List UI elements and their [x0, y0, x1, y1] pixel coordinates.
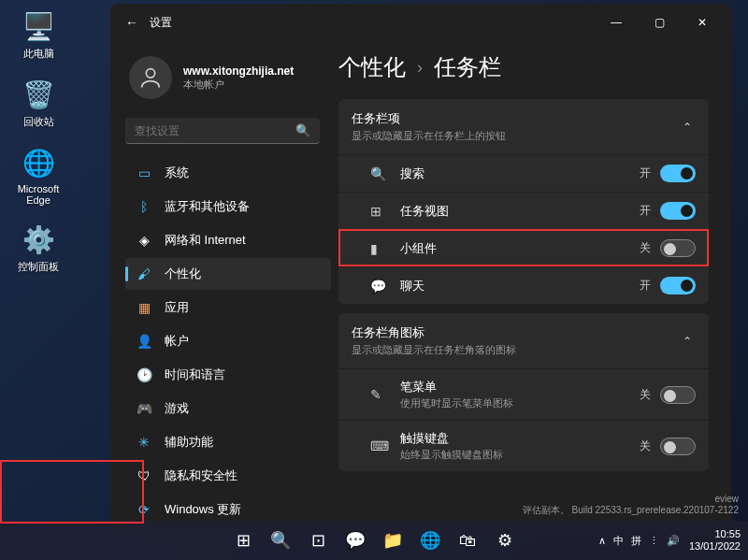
maximize-button[interactable]: ▢: [638, 7, 681, 37]
minimize-button[interactable]: —: [595, 7, 638, 37]
settings-window: ← 设置 — ▢ ✕ www.xitongzhijia.net 本地帐户 🔍: [110, 4, 731, 525]
setting-label: 任务视图: [400, 203, 640, 220]
tray-icon-2[interactable]: 拼: [631, 534, 641, 548]
nav-icon: 🖌: [137, 266, 151, 281]
taskbar-item-row-2: ▮ 小组件 关: [338, 229, 709, 266]
toggle[interactable]: [660, 438, 696, 455]
taskbar-app-4[interactable]: 📁: [376, 524, 410, 557]
desktop-icon-this-pc[interactable]: 🖥️ 此电脑: [9, 9, 67, 61]
toggle-state: 关: [640, 387, 651, 403]
tray-icon-3[interactable]: ⋮: [649, 535, 659, 547]
taskbar-item-row-3: 💬 聊天 开: [338, 266, 709, 304]
chevron-up-icon: ⌃: [683, 335, 692, 348]
window-title: 设置: [150, 15, 172, 31]
taskbar-app-3[interactable]: 💬: [338, 524, 372, 557]
toggle-state: 开: [640, 165, 651, 181]
taskbar-app-6[interactable]: 🛍: [451, 524, 484, 557]
panel-taskbar-items: 任务栏项 显示或隐藏显示在任务栏上的按钮 ⌃ 🔍 搜索 开 ⊞ 任务视图 开 ▮…: [338, 99, 709, 304]
nav-label: 时间和语言: [165, 366, 225, 383]
breadcrumb: 个性化 › 任务栏: [338, 52, 709, 82]
setting-icon: ⊞: [370, 204, 385, 219]
desktop-icon-recycle-bin[interactable]: 🗑️ 回收站: [9, 78, 67, 129]
search-input[interactable]: [135, 124, 295, 137]
taskbar-app-2[interactable]: ⊡: [301, 524, 335, 557]
profile[interactable]: www.xitongzhijia.net 本地帐户: [125, 49, 331, 114]
toggle[interactable]: [660, 386, 696, 404]
desktop-icons: 🖥️ 此电脑 🗑️ 回收站 🌐 Microsoft Edge ⚙️ 控制面板: [9, 9, 67, 274]
taskbar: ⊞🔍⊡💬📁🌐🛍⚙ ∧中拼⋮🔊 10:55 13/01/2022: [0, 521, 748, 560]
clock[interactable]: 10:55 13/01/2022: [689, 528, 741, 553]
nav-item-9[interactable]: 🛡隐私和安全性: [125, 460, 331, 492]
nav-label: 辅助功能: [165, 434, 213, 451]
tray-icon-4[interactable]: 🔊: [667, 535, 680, 547]
nav-label: 应用: [165, 299, 189, 316]
tray-icon-1[interactable]: 中: [613, 534, 624, 548]
nav-icon: ◈: [137, 233, 151, 248]
chevron-up-icon: ⌃: [683, 121, 692, 134]
desktop-icon-control-panel[interactable]: ⚙️ 控制面板: [9, 223, 67, 274]
edge-icon: 🌐: [22, 146, 55, 179]
nav-icon: ⟳: [137, 502, 151, 517]
setting-label: 笔菜单: [400, 379, 640, 395]
nav-label: Windows 更新: [165, 501, 241, 518]
tray-icon-0[interactable]: ∧: [598, 535, 606, 547]
taskbar-app-0[interactable]: ⊞: [226, 524, 260, 557]
nav-item-5[interactable]: 👤帐户: [125, 325, 331, 357]
setting-icon: ⌨: [370, 438, 385, 453]
toggle-state: 开: [640, 203, 651, 219]
nav-icon: ▭: [137, 165, 151, 180]
nav-item-2[interactable]: ◈网络和 Internet: [125, 224, 331, 256]
close-button[interactable]: ✕: [681, 7, 724, 37]
toggle-state: 关: [640, 240, 651, 256]
nav-icon: 🕑: [137, 367, 151, 382]
taskbar-app-7[interactable]: ⚙: [488, 524, 522, 557]
nav-icon: ✳: [137, 435, 151, 450]
nav-item-0[interactable]: ▭系统: [125, 157, 331, 189]
toggle[interactable]: [660, 277, 696, 294]
panel-corner-icons: 任务栏角图标 显示或隐藏显示在任务栏角落的图标 ⌃ ✎ 笔菜单使用笔时显示笔菜单…: [338, 313, 709, 471]
toggle[interactable]: [660, 165, 696, 182]
breadcrumb-parent[interactable]: 个性化: [338, 52, 406, 82]
corner-icon-row-1: ⌨ 触摸键盘始终显示触摸键盘图标 关: [338, 420, 709, 471]
nav-item-1[interactable]: ᛒ蓝牙和其他设备: [125, 191, 331, 223]
setting-icon: ✎: [370, 387, 385, 402]
nav-label: 游戏: [165, 400, 189, 417]
search-box[interactable]: 🔍: [125, 118, 320, 144]
control-panel-icon: ⚙️: [22, 223, 55, 256]
nav-label: 网络和 Internet: [165, 232, 246, 249]
content: 个性化 › 任务栏 任务栏项 显示或隐藏显示在任务栏上的按钮 ⌃ 🔍 搜索 开 …: [331, 41, 731, 525]
setting-icon: 🔍: [370, 166, 385, 181]
nav-label: 帐户: [165, 333, 189, 350]
nav-item-8[interactable]: ✳辅助功能: [125, 426, 331, 458]
panel-header-corner-icons[interactable]: 任务栏角图标 显示或隐藏显示在任务栏角落的图标 ⌃: [338, 313, 709, 368]
nav-icon: 👤: [137, 334, 151, 349]
toggle[interactable]: [660, 239, 696, 257]
back-button[interactable]: ←: [125, 15, 138, 30]
setting-label: 聊天: [400, 278, 640, 294]
corner-icon-row-0: ✎ 笔菜单使用笔时显示笔菜单图标 关: [338, 368, 709, 420]
setting-label: 小组件: [400, 240, 640, 257]
desktop-icon-edge[interactable]: 🌐 Microsoft Edge: [9, 146, 67, 206]
nav-item-3[interactable]: 🖌个性化: [125, 258, 331, 290]
nav-list: ▭系统ᛒ蓝牙和其他设备◈网络和 Internet🖌个性化▦应用👤帐户🕑时间和语言…: [125, 157, 331, 525]
nav-icon: ▦: [137, 300, 151, 315]
taskbar-item-row-1: ⊞ 任务视图 开: [338, 192, 709, 229]
setting-label: 搜索: [400, 165, 640, 182]
system-tray: ∧中拼⋮🔊 10:55 13/01/2022: [598, 528, 741, 553]
nav-item-4[interactable]: ▦应用: [125, 292, 331, 323]
svg-point-0: [146, 69, 154, 78]
setting-label: 触摸键盘: [400, 430, 640, 447]
nav-icon: 🛡: [137, 468, 151, 483]
nav-label: 蓝牙和其他设备: [165, 198, 250, 215]
taskbar-app-1[interactable]: 🔍: [264, 524, 297, 557]
nav-item-6[interactable]: 🕑时间和语言: [125, 359, 331, 391]
taskbar-center: ⊞🔍⊡💬📁🌐🛍⚙: [226, 524, 522, 557]
toggle[interactable]: [660, 202, 696, 220]
nav-label: 个性化: [165, 266, 201, 282]
panel-header-taskbar-items[interactable]: 任务栏项 显示或隐藏显示在任务栏上的按钮 ⌃: [338, 99, 709, 154]
nav-label: 系统: [165, 165, 189, 181]
taskbar-app-5[interactable]: 🌐: [413, 524, 447, 557]
nav-item-7[interactable]: 🎮游戏: [125, 393, 331, 424]
nav-icon: 🎮: [137, 401, 151, 416]
toggle-state: 关: [640, 438, 651, 454]
